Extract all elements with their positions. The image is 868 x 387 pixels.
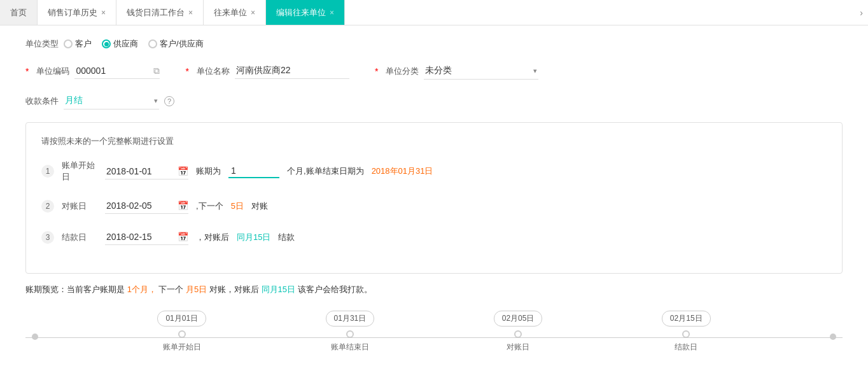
payment-date-input[interactable] (105, 229, 175, 244)
category-chevron-icon: ▾ (533, 67, 537, 75)
reconcile-date-field: 📅 (105, 198, 188, 214)
radio-customer-label: 客户 (75, 38, 92, 50)
unit-code-copy-icon[interactable]: ⧉ (153, 66, 160, 76)
row-label-3: 结款日 (62, 232, 97, 243)
tab-home-label: 首页 (10, 7, 27, 18)
period-end-date: 2018年01月31日 (372, 165, 433, 177)
period-prefix: 账期为 (196, 165, 221, 177)
unit-name-label: 单位名称 (197, 66, 230, 77)
payment-help-icon[interactable]: ? (164, 96, 174, 106)
unit-category-select[interactable]: 未分类 ▾ (424, 62, 538, 80)
timeline-item-2: 01月31日 账单结束日 (326, 311, 375, 353)
timeline-label-1: 01月01日 (157, 311, 206, 327)
settlement-row-2: 2 对账日 📅 ,下一个 5日 对账 (41, 198, 827, 214)
radio-both-label: 客户/供应商 (160, 38, 204, 50)
preview-middle2: 对账，对账后 (209, 285, 259, 294)
row-label-1: 账单开始日 (62, 160, 97, 183)
radio-supplier-circle (102, 39, 111, 48)
settlement-title: 请按照未来的一个完整帐期进行设置 (41, 136, 827, 147)
timeline-sub-4: 结款日 (675, 342, 697, 353)
timeline-end-dot (830, 334, 836, 340)
preview-text: 账期预览：当前客户账期是 1个月， 下一个 月5日 对账，对账后 同月15日 该… (25, 284, 843, 295)
radio-supplier-label: 供应商 (113, 38, 138, 50)
tab-sales-history[interactable]: 销售订单历史 × (38, 0, 116, 25)
name-required: * (185, 66, 188, 76)
start-date-input[interactable] (105, 164, 175, 179)
preview-suffix: 该客户会给我打款。 (298, 285, 372, 294)
radio-supplier[interactable]: 供应商 (102, 38, 138, 50)
preview-prefix: 账期预览：当前客户账期是 (25, 285, 125, 294)
timeline-sub-3: 对账日 (507, 342, 529, 353)
unit-name-input[interactable] (235, 63, 349, 79)
close-edit-partner-icon[interactable]: × (330, 8, 334, 17)
start-date-calendar-icon[interactable]: 📅 (178, 166, 188, 176)
timeline-line (25, 337, 843, 338)
settlement-row-1: 1 账单开始日 📅 账期为 个月,账单结束日期为 2018年01月31日 (41, 160, 827, 183)
timeline-start-dot (32, 334, 38, 340)
main-content: 单位类型 客户 供应商 客户/供应商 * 单位编码 (0, 25, 868, 387)
tab-bar: 首页 销售订单历史 × 钱货日清工作台 × 往来单位 × 编辑往来单位 × › (0, 0, 868, 25)
timeline-items: 01月01日 账单开始日 01月31日 账单结束日 02月05日 对账日 02月… (32, 311, 836, 353)
unit-info-row: * 单位编码 ⧉ * 单位名称 * 单位分类 未分类 ▾ (25, 62, 843, 80)
unit-code-label: 单位编码 (36, 66, 69, 77)
tab-cash-work-label: 钱货日清工作台 (127, 7, 185, 18)
unit-code-field: ⧉ (74, 63, 160, 79)
timeline-item-3: 02月05日 对账日 (494, 311, 543, 353)
timeline-start-end (32, 334, 38, 340)
timeline-container: 01月01日 账单开始日 01月31日 账单结束日 02月05日 对账日 02月… (25, 311, 843, 353)
reconcile-date-calendar-icon[interactable]: 📅 (178, 201, 188, 211)
close-sales-history-icon[interactable]: × (101, 8, 106, 17)
close-partner-unit-icon[interactable]: × (251, 8, 255, 17)
timeline-sub-1: 账单开始日 (163, 342, 201, 353)
tab-partner-unit[interactable]: 往来单位 × (204, 0, 266, 25)
unit-category-value: 未分类 (425, 65, 531, 76)
unit-category-label: 单位分类 (386, 66, 419, 77)
settlement-box: 请按照未来的一个完整帐期进行设置 1 账单开始日 📅 账期为 个月,账单结束日期… (25, 122, 843, 274)
payment-select[interactable]: 月结 ▾ (64, 92, 159, 109)
reconcile-highlight: 5日 (231, 201, 244, 212)
preview-middle1: 下一个 (158, 285, 183, 294)
preview-highlight1: 1个月， (127, 285, 157, 294)
unit-code-input[interactable] (74, 63, 151, 78)
timeline-item-1: 01月01日 账单开始日 (157, 311, 206, 353)
payment-prefix: ，对账后 (196, 232, 229, 243)
reconcile-date-input[interactable] (105, 198, 175, 213)
payment-highlight: 同月15日 (237, 232, 270, 243)
row-num-1: 1 (41, 165, 54, 178)
radio-supplier-dot (104, 42, 109, 46)
tab-partner-unit-label: 往来单位 (214, 7, 247, 18)
row-num-3: 3 (41, 231, 54, 244)
radio-customer-circle (64, 39, 73, 48)
tab-home[interactable]: 首页 (0, 0, 38, 25)
payment-chevron-icon: ▾ (154, 97, 158, 105)
timeline-sub-2: 账单结束日 (331, 342, 369, 353)
unit-type-label: 单位类型 (25, 38, 59, 50)
radio-both[interactable]: 客户/供应商 (148, 38, 204, 50)
close-cash-work-icon[interactable]: × (188, 8, 193, 17)
radio-both-circle (148, 39, 157, 48)
code-required: * (25, 66, 29, 76)
preview-highlight2: 月5日 (186, 285, 207, 294)
timeline-label-4: 02月15日 (662, 311, 711, 327)
payment-value: 月结 (65, 95, 151, 106)
radio-customer[interactable]: 客户 (64, 38, 92, 50)
payment-label: 收款条件 (25, 95, 59, 107)
tab-sales-history-label: 销售订单历史 (48, 7, 97, 18)
payment-date-calendar-icon[interactable]: 📅 (178, 232, 188, 242)
tab-arrow-icon[interactable]: › (855, 0, 868, 25)
timeline-end (830, 334, 836, 340)
tab-cash-work[interactable]: 钱货日清工作台 × (116, 0, 204, 25)
payment-row: 收款条件 月结 ▾ ? (25, 92, 843, 109)
row-label-2: 对账日 (62, 201, 97, 212)
category-required: * (375, 66, 378, 76)
unit-type-radio-group: 客户 供应商 客户/供应商 (64, 38, 204, 50)
period-input[interactable] (228, 164, 279, 178)
tab-edit-partner[interactable]: 编辑往来单位 × (266, 0, 345, 25)
preview-highlight3: 同月15日 (262, 285, 295, 294)
payment-date-field: 📅 (105, 229, 188, 245)
reconcile-suffix: 对账 (251, 201, 268, 212)
settlement-row-3: 3 结款日 📅 ，对账后 同月15日 结款 (41, 229, 827, 245)
tab-edit-partner-label: 编辑往来单位 (276, 7, 326, 18)
timeline-label-2: 01月31日 (326, 311, 375, 327)
row-num-2: 2 (41, 200, 54, 213)
